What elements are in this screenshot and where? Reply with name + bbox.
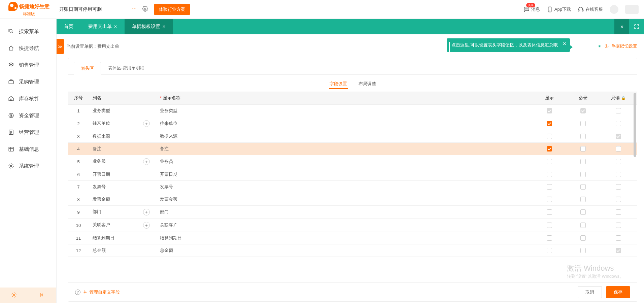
checkbox[interactable] [580,248,586,253]
checkbox[interactable] [547,159,552,164]
cell-disp[interactable]: 业务员 [156,155,533,168]
sidebar-item-7[interactable]: 基础信息 [0,141,56,158]
cell-disp[interactable]: 发票号 [156,181,533,193]
cell-disp[interactable]: 关联客户 [156,219,533,232]
save-button[interactable]: 保存 [606,286,630,298]
checkbox[interactable] [547,134,552,139]
checkbox[interactable] [547,235,552,241]
checkbox[interactable] [547,146,552,152]
scrollbar[interactable] [634,93,636,157]
cell-disp[interactable]: 备注 [156,143,533,155]
checkbox[interactable] [580,159,586,164]
table-row[interactable]: 12总金额总金额 [68,244,637,257]
plus-icon[interactable]: + [143,222,150,229]
fullscreen-button[interactable] [629,19,644,34]
table-row[interactable]: 11结算到期日结算到期日 [68,232,637,244]
checkbox[interactable] [547,197,552,202]
checkbox[interactable] [580,121,586,126]
cell-disp[interactable]: 开票日期 [156,168,533,181]
table-row[interactable]: 6开票日期开票日期 [68,168,637,181]
table-row[interactable]: 1业务类型业务类型 [68,105,637,117]
checkbox[interactable] [580,223,586,228]
close-all-tabs-button[interactable]: ✕ [614,19,629,34]
cell-disp[interactable]: 数据来源 [156,130,533,143]
checkbox[interactable] [547,209,552,215]
table-scroll[interactable]: 序号 列名 *显示名称 显示 必录 只读🔒 1业务类型业务类型2往来单位+往来单… [68,92,637,282]
checkbox[interactable] [616,209,621,215]
cell-disp[interactable]: 往来单位 [156,117,533,130]
plus-icon[interactable]: + [143,209,150,215]
zone-tab-1[interactable]: 表体区-费用单明细 [101,62,151,74]
table-row[interactable]: 8发票金额发票金额 [68,193,637,206]
checkbox[interactable] [616,159,621,164]
checkbox[interactable] [616,197,621,202]
cell-disp[interactable]: 业务类型 [156,105,533,117]
sidebar-item-0[interactable]: 搜索菜单 [0,23,56,40]
sidebar-icon [7,95,15,102]
checkbox[interactable] [616,184,621,190]
plus-icon[interactable]: + [143,120,150,127]
table-row[interactable]: 3数据来源数据来源 [68,130,637,143]
checkbox[interactable] [580,134,586,139]
customer-service-button[interactable]: 在线客服 [578,6,603,12]
sidebar-item-1[interactable]: 快捷导航 [0,40,56,57]
close-icon[interactable]: ✕ [162,24,166,29]
app-download-button[interactable]: App下载 [547,6,571,12]
checkbox[interactable] [547,223,552,228]
table-row[interactable]: 2往来单位+往来单位 [68,117,637,130]
checkbox[interactable] [580,235,586,241]
collapse-icon[interactable] [39,292,45,299]
cancel-button[interactable]: 取消 [578,286,602,298]
table-row[interactable]: 4备注备注 [68,143,637,155]
checkbox[interactable] [616,121,621,126]
table-row[interactable]: 10关联客户+关联客户 [68,219,637,232]
plus-icon[interactable]: + [143,158,150,165]
avatar[interactable] [625,5,639,14]
sidebar-item-5[interactable]: 资金管理 [0,107,56,124]
memory-settings-link[interactable]: 单据记忆设置 [598,43,637,49]
tab-1[interactable]: 费用支出单✕ [81,19,125,34]
messages-button[interactable]: 99+ 消息 [523,6,540,12]
cell-disp[interactable]: 结算到期日 [156,232,533,244]
manage-custom-fields-link[interactable]: ? 管理自定义字段 [75,289,120,295]
avatar-small[interactable] [610,5,618,14]
sidebar-item-4[interactable]: 库存核算 [0,90,56,107]
checkbox[interactable] [616,146,621,152]
sidebar-item-2[interactable]: 销售管理 [0,57,56,73]
checkbox[interactable] [547,248,552,253]
checkbox[interactable] [580,184,586,190]
expand-panel-button[interactable]: ≫ [57,39,64,54]
checkbox[interactable] [547,172,552,177]
cell-disp[interactable]: 部门 [156,206,533,219]
sidebar-item-6[interactable]: 经营管理 [0,124,56,141]
cell-disp[interactable]: 发票金额 [156,193,533,206]
sidebar-item-3[interactable]: 采购管理 [0,73,56,90]
checkbox[interactable] [616,223,621,228]
sub-tab-0[interactable]: 字段设置 [329,79,348,89]
cell-disp[interactable]: 总金额 [156,244,533,257]
checkbox[interactable] [616,172,621,177]
gear-icon[interactable] [11,292,17,299]
try-industry-button[interactable]: 体验行业方案 [154,4,190,15]
checkbox[interactable] [580,197,586,202]
sidebar-item-8[interactable]: 系统管理 [0,158,56,174]
cell-name: 部门+ [89,206,156,219]
settings-icon[interactable] [142,6,148,13]
close-icon[interactable]: ✕ [114,24,117,29]
table-row[interactable]: 7发票号发票号 [68,181,637,193]
checkbox[interactable] [616,108,621,113]
close-icon[interactable]: ✕ [563,40,567,47]
checkbox[interactable] [547,121,552,126]
tab-2[interactable]: 单据模板设置✕ [125,19,173,34]
page-title-select[interactable]: 开账日期可停用可删 ﹀ [59,6,136,12]
checkbox[interactable] [580,146,586,152]
sub-tab-1[interactable]: 布局调整 [358,79,377,89]
checkbox[interactable] [616,235,621,241]
table-row[interactable]: 5业务员+业务员 [68,155,637,168]
checkbox[interactable] [580,172,586,177]
zone-tab-0[interactable]: 表头区 [74,62,101,75]
checkbox[interactable] [547,184,552,190]
tab-0[interactable]: 首页 [57,19,81,34]
table-row[interactable]: 9部门+部门 [68,206,637,219]
checkbox[interactable] [580,209,586,215]
